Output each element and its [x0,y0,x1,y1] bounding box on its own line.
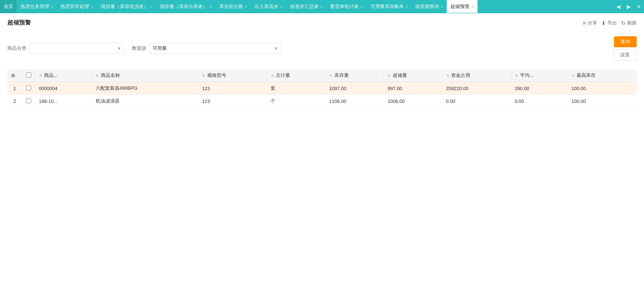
query-button[interactable]: 查询 [614,36,637,47]
th-capital[interactable]: ⇅ 资金占用 [442,69,511,82]
page-content: 超储预警 ⎘ 分享 ⬇ 导出 ↻ 刷新 商品分类 ▼ 数据源 [0,13,644,293]
cell-product-code: 0000004 [35,82,92,95]
nav-home[interactable]: 首页 [0,0,17,13]
nav-batch-account[interactable]: 库存批次账 × [216,0,251,13]
row-checkbox[interactable] [26,85,31,90]
cell-max-stock: 100.00 [568,95,636,108]
row-checkbox[interactable] [26,98,31,103]
row-checkbox-cell[interactable] [22,95,35,108]
nav-arrows: ◀ ▶ ✕ [613,0,644,13]
datasource-select[interactable]: 可用量 ▼ [149,43,281,54]
sort-icon: ⇅ [446,74,449,78]
close-icon[interactable]: × [471,4,473,9]
table-header-row: ⚙ ⇅ 商品... ⇅ 商品名称 ⇅ 规格型号 [7,69,637,82]
sort-icon: ⇅ [96,74,99,78]
nav-prev-arrow[interactable]: ◀ [613,0,623,13]
refresh-button[interactable]: ↻ 刷新 [621,20,637,26]
page-title: 超储预警 [7,19,31,27]
th-max-stock[interactable]: ⇅ 最高库存 [568,69,636,82]
nav-expiry-query[interactable]: 保质期查询 × [411,0,447,13]
data-table: ⚙ ⇅ 商品... ⇅ 商品名称 ⇅ 规格型号 [7,69,637,108]
cell-spec: 123 [198,95,267,108]
th-settings[interactable]: ⚙ [7,69,22,82]
cell-stock: 1097.00 [325,82,384,95]
cell-spec: 123 [198,82,267,95]
close-icon[interactable]: × [441,4,443,9]
th-unit[interactable]: ⇅ 主计量 [267,69,325,82]
sort-icon: ⇅ [388,74,391,78]
category-label: 商品分类 [7,45,26,52]
table-row: 1 0000004 六配套新昌490BPG 123 套 1097.00 997.… [7,82,637,95]
chevron-down-icon: ▼ [274,46,278,51]
filter-row: 商品分类 ▼ 数据源 可用量 ▼ 查询 设置 [7,33,637,64]
th-spec[interactable]: ⇅ 规格型号 [198,69,267,82]
cell-unit: 套 [267,82,325,95]
th-stock[interactable]: ⇅ 库存量 [325,69,384,82]
close-icon[interactable]: × [209,4,212,9]
cell-overstock: 1006.00 [384,95,442,108]
close-icon[interactable]: × [150,4,153,9]
datasource-value: 可用量 [153,45,167,52]
nav-inventory-status[interactable]: 现存量（库存状况表） × [97,0,156,13]
nav-next-arrow[interactable]: ▶ [623,0,634,13]
th-overstock[interactable]: ⇅ 超储量 [384,69,442,82]
cell-product-code: 186-10... [35,95,92,108]
row-number: 2 [7,95,22,108]
sort-icon: ⇅ [329,74,332,78]
sort-icon: ⇅ [202,74,205,78]
gear-icon: ⚙ [11,73,15,78]
cell-avg: 0.00 [511,95,568,108]
cell-capital: 0.00 [442,95,511,108]
th-product-name[interactable]: ⇅ 商品名称 [92,69,198,82]
nav-task-mgmt[interactable]: 拣货任务管理 × [17,0,57,13]
cell-product-name: 机油滤清器 [92,95,198,108]
nav-overstock[interactable]: 超储预警 × [447,0,477,13]
filter-actions: 查询 设置 [613,36,637,60]
datasource-filter-group: 数据源 可用量 ▼ [132,43,281,54]
close-icon[interactable]: × [91,4,93,9]
category-select[interactable]: ▼ [29,43,125,54]
close-icon[interactable]: × [51,4,53,9]
th-avg[interactable]: ⇅ 平均... [511,69,568,82]
close-icon[interactable]: × [361,4,363,9]
table-wrapper: ⚙ ⇅ 商品... ⇅ 商品名称 ⇅ 规格型号 [7,69,637,108]
cell-stock: 1106.00 [325,95,384,108]
nav-avail-account[interactable]: 可用量库存账本 × [367,0,411,13]
settings-button[interactable]: 设置 [613,49,637,60]
nav-abnormal[interactable]: 拣货异常处理 × [57,0,97,13]
header-actions: ⎘ 分享 ⬇ 导出 ↻ 刷新 [583,20,637,26]
cell-max-stock: 100.00 [568,82,636,95]
nav-close-all[interactable]: ✕ [634,0,644,13]
close-icon[interactable]: × [321,4,323,9]
sort-icon: ⇅ [39,74,42,78]
page-header: 超储预警 ⎘ 分享 ⬇ 导出 ↻ 刷新 [7,19,637,27]
sort-icon: ⇅ [515,74,518,78]
select-all-checkbox[interactable] [26,73,31,78]
cell-product-name: 六配套新昌490BPG [92,82,198,95]
chevron-down-icon: ▼ [117,46,121,51]
cell-capital: 259220.00 [442,82,511,95]
th-checkbox[interactable] [22,69,35,82]
row-checkbox-cell[interactable] [22,82,35,95]
nav-inventory-dist[interactable]: 现存量（库存分布表） × [156,0,215,13]
sort-icon: ⇅ [271,74,274,78]
nav-order-stats[interactable]: 要货单统计表 × [326,0,366,13]
cell-overstock: 997.00 [384,82,442,95]
close-icon[interactable]: × [280,4,282,9]
nav-inout-flow[interactable]: 出入库流水 × [251,0,286,13]
close-icon[interactable]: × [406,4,408,9]
export-button[interactable]: ⬇ 导出 [601,20,617,26]
cell-unit: 个 [267,95,325,108]
category-filter-group: 商品分类 ▼ [7,43,125,54]
refresh-icon: ↻ [621,20,626,26]
table-row: 2 186-10... 机油滤清器 123 个 1106.00 1006.00 … [7,95,637,108]
sort-icon: ⇅ [572,74,575,78]
top-navigation: 首页 拣货任务管理 × 拣货异常处理 × 现存量（库存状况表） × 现存量（库存… [0,0,644,13]
row-number: 1 [7,82,22,95]
th-product-code[interactable]: ⇅ 商品... [35,69,92,82]
nav-recv-summary[interactable]: 收发存汇总表 × [286,0,326,13]
share-button[interactable]: ⎘ 分享 [583,20,597,26]
share-icon: ⎘ [583,20,586,26]
close-icon[interactable]: × [245,4,247,9]
cell-avg: 260.00 [511,82,568,95]
